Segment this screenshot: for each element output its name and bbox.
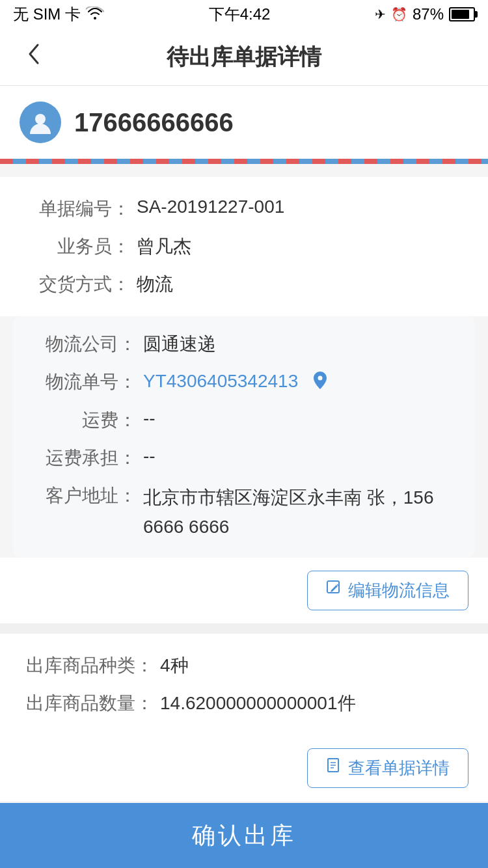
logistics-tracking-label: 物流单号： — [33, 370, 137, 394]
salesperson-row: 业务员： 曾凡杰 — [26, 234, 462, 259]
nav-bar: 待出库单据详情 — [0, 29, 488, 86]
confirm-button[interactable]: 确认出库 — [192, 820, 296, 852]
dashed-divider — [0, 159, 488, 164]
goods-type-value: 4种 — [160, 653, 462, 678]
order-number-value: SA-20191227-001 — [137, 197, 462, 217]
edit-logistics-label: 编辑物流信息 — [348, 579, 450, 602]
goods-quantity-label: 出库商品数量： — [26, 691, 154, 716]
delivery-row: 交货方式： 物流 — [26, 272, 462, 297]
salesperson-label: 业务员： — [26, 234, 130, 259]
confirm-bar: 确认出库 — [0, 803, 488, 868]
svg-point-0 — [35, 114, 46, 124]
back-button[interactable] — [20, 34, 48, 79]
logistics-section: 物流公司： 圆通速递 物流单号： YT4306405342413 运费： -- … — [33, 332, 455, 542]
document-icon — [326, 757, 343, 779]
order-number-row: 单据编号： SA-20191227-001 — [26, 197, 462, 221]
avatar — [20, 102, 61, 143]
view-detail-label: 查看单据详情 — [348, 757, 450, 780]
page-title: 待出库单据详情 — [167, 42, 321, 72]
battery-text: 87% — [413, 5, 444, 23]
status-bar: 无 SIM 卡 下午4:42 ✈ ⏰ 87% — [0, 0, 488, 29]
goods-type-label: 出库商品种类： — [26, 653, 154, 678]
view-detail-button[interactable]: 查看单据详情 — [307, 748, 468, 788]
location-icon: ✈ — [375, 7, 386, 22]
freight-value: -- — [143, 408, 455, 429]
logistics-tracking-value: YT4306405342413 — [143, 370, 455, 395]
address-label: 客户地址： — [33, 483, 137, 508]
delivery-value: 物流 — [137, 272, 462, 297]
goods-quantity-row: 出库商品数量： 14.620000000000001件 — [26, 691, 462, 716]
logistics-tracking-row: 物流单号： YT4306405342413 — [33, 370, 455, 395]
logistics-company-row: 物流公司： 圆通速递 — [33, 332, 455, 357]
logistics-company-label: 物流公司： — [33, 332, 137, 357]
order-number-label: 单据编号： — [26, 197, 130, 221]
freight-bearer-row: 运费承担： -- — [33, 446, 455, 470]
freight-bearer-value: -- — [143, 446, 455, 467]
customer-phone: 17666666666 — [74, 108, 234, 137]
view-detail-btn-row: 查看单据详情 — [0, 735, 488, 801]
battery-icon — [449, 7, 475, 21]
edit-btn-row: 编辑物流信息 — [0, 558, 488, 623]
delivery-label: 交货方式： — [26, 272, 130, 297]
map-pin-icon[interactable] — [310, 370, 331, 395]
edit-logistics-button[interactable]: 编辑物流信息 — [307, 571, 468, 610]
carrier-text: 无 SIM 卡 — [13, 4, 81, 25]
salesperson-value: 曾凡杰 — [137, 234, 462, 259]
order-info-section: 单据编号： SA-20191227-001 业务员： 曾凡杰 交货方式： 物流 — [0, 177, 488, 316]
goods-quantity-value: 14.620000000000001件 — [160, 691, 462, 716]
goods-section: 出库商品种类： 4种 出库商品数量： 14.620000000000001件 — [0, 634, 488, 735]
svg-rect-1 — [327, 581, 339, 593]
status-time: 下午4:42 — [209, 4, 271, 25]
freight-label: 运费： — [33, 408, 137, 433]
status-right: ✈ ⏰ 87% — [375, 5, 475, 23]
section-separator — [0, 623, 488, 634]
address-value: 北京市市辖区海淀区永丰南 张，156 6666 6666 — [143, 483, 455, 542]
alarm-icon: ⏰ — [391, 7, 407, 22]
logistics-company-value: 圆通速递 — [143, 332, 455, 357]
customer-header: 17666666666 — [0, 86, 488, 159]
address-row: 客户地址： 北京市市辖区海淀区永丰南 张，156 6666 6666 — [33, 483, 455, 542]
freight-row: 运费： -- — [33, 408, 455, 433]
goods-type-row: 出库商品种类： 4种 — [26, 653, 462, 678]
wifi-icon — [86, 5, 104, 23]
status-left: 无 SIM 卡 — [13, 4, 104, 25]
edit-icon — [326, 580, 343, 601]
freight-bearer-label: 运费承担： — [33, 446, 137, 470]
